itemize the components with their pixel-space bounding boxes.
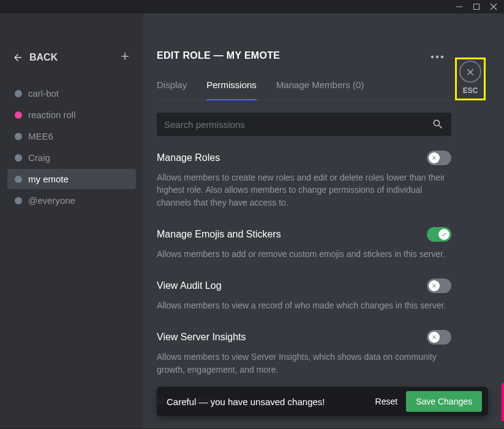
main-panel: EDIT ROLE — MY EMOTE DisplayPermissionsM… xyxy=(143,13,504,428)
back-label: BACK xyxy=(29,52,58,63)
role-label: reaction roll xyxy=(28,110,76,120)
unsaved-message: Careful — you have unsaved changes! xyxy=(167,397,367,407)
unsaved-changes-bar: Careful — you have unsaved changes! Rese… xyxy=(157,387,488,416)
permission-toggle[interactable] xyxy=(427,227,451,242)
annotation-highlight-close: ESC xyxy=(455,58,486,100)
role-color-dot xyxy=(15,197,22,204)
x-icon xyxy=(429,280,440,291)
permission-toggle[interactable] xyxy=(427,330,451,345)
x-icon xyxy=(429,152,440,163)
maximize-button[interactable] xyxy=(468,1,484,13)
x-icon xyxy=(429,332,440,343)
role-item[interactable]: MEE6 xyxy=(7,126,136,146)
permission-title: Manage Roles xyxy=(157,152,220,163)
window-close-button[interactable] xyxy=(486,1,502,13)
role-label: MEE6 xyxy=(28,131,53,141)
ellipsis-icon xyxy=(431,55,444,59)
permission-toggle[interactable] xyxy=(427,278,451,293)
role-color-dot xyxy=(15,133,22,140)
role-label: carl-bot xyxy=(28,88,59,99)
role-label: my emote xyxy=(28,174,69,184)
role-color-dot xyxy=(15,176,22,183)
reset-button[interactable]: Reset xyxy=(367,392,407,411)
role-label: Craig xyxy=(28,152,50,163)
save-changes-button[interactable]: Save Changes xyxy=(406,391,482,412)
permission-description: Allows members to add or remove custom e… xyxy=(157,248,451,260)
permission-title: Manage Emojis and Stickers xyxy=(157,229,281,240)
more-button[interactable] xyxy=(431,50,451,61)
back-button[interactable]: BACK xyxy=(12,52,58,63)
add-role-button[interactable] xyxy=(119,50,131,65)
permission-item: View Server InsightsAllows members to vi… xyxy=(157,330,451,376)
svg-point-3 xyxy=(436,56,438,58)
tabs: DisplayPermissionsManage Members (0) xyxy=(157,80,451,100)
permission-item: Manage Emojis and StickersAllows members… xyxy=(157,227,451,260)
search-input[interactable] xyxy=(164,119,432,130)
permission-description: Allows members to view Server Insights, … xyxy=(157,351,451,376)
search-wrap xyxy=(157,113,451,136)
role-item[interactable]: my emote xyxy=(7,169,136,189)
role-item[interactable]: carl-bot xyxy=(7,83,136,103)
role-color-dot xyxy=(15,111,22,119)
role-color-dot xyxy=(15,154,22,162)
tab[interactable]: Permissions xyxy=(206,80,257,100)
svg-point-4 xyxy=(441,56,443,58)
svg-rect-1 xyxy=(474,4,480,10)
arrow-left-icon xyxy=(12,52,23,63)
role-item[interactable]: @everyone xyxy=(7,190,136,211)
permission-item: Manage RolesAllows members to create new… xyxy=(157,151,451,209)
permission-title: View Audit Log xyxy=(157,280,222,291)
page-title: EDIT ROLE — MY EMOTE xyxy=(157,50,280,61)
role-label: @everyone xyxy=(28,195,75,206)
esc-label: ESC xyxy=(463,86,478,95)
permission-description: Allows members to create new roles and e… xyxy=(157,171,451,209)
minimize-button[interactable] xyxy=(451,1,467,13)
window-titlebar xyxy=(0,0,504,13)
permission-title: View Server Insights xyxy=(157,332,246,343)
permission-item: View Audit LogAllows members to view a r… xyxy=(157,278,451,311)
tab[interactable]: Display xyxy=(157,80,187,100)
role-color-dot xyxy=(15,90,22,97)
svg-rect-0 xyxy=(456,7,462,7)
search-icon xyxy=(432,118,444,130)
permission-description: Allows members to view a record of who m… xyxy=(157,299,451,311)
role-item[interactable]: reaction roll xyxy=(7,105,136,125)
svg-point-2 xyxy=(431,56,434,58)
roles-sidebar: BACK carl-botreaction rollMEE6Craigmy em… xyxy=(0,13,143,428)
close-icon xyxy=(465,67,475,76)
permission-toggle[interactable] xyxy=(427,151,451,165)
annotation-highlight-save xyxy=(502,383,504,421)
tab[interactable]: Manage Members (0) xyxy=(276,80,364,100)
role-item[interactable]: Craig xyxy=(7,147,136,168)
close-settings-button[interactable] xyxy=(459,61,481,83)
plus-icon xyxy=(119,50,131,62)
check-icon xyxy=(438,229,449,240)
